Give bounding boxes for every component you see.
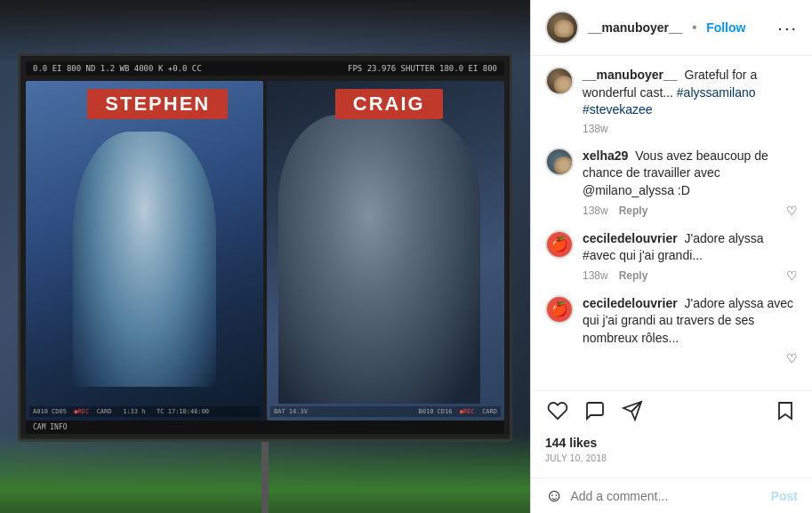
tripod — [261, 442, 269, 513]
post-comment-button[interactable]: Post — [771, 489, 798, 503]
person-right-silhouette — [278, 115, 480, 404]
comment-body-1: xelha29 Vous avez beaucoup de chance de … — [583, 148, 798, 218]
actions-bar: 144 likes JULY 10, 2018 — [531, 390, 812, 477]
comment-item: 🍎 ceciledelouvrier J'adore alyssa avec q… — [545, 295, 798, 365]
post-header: __manuboyer__ • Follow ··· — [531, 0, 812, 56]
screen-right-info: B010 CD16 ●REC CARD — [418, 408, 497, 415]
comment-item: 🍎 ceciledelouvrier J'adore alyssa #avec … — [545, 230, 798, 283]
comment-username-3: ceciledelouvrier — [583, 296, 678, 310]
follow-button[interactable]: Follow — [706, 20, 745, 35]
comments-panel: __manuboyer__ • Follow ··· __manuboyer__… — [530, 0, 812, 513]
caption-avatar — [545, 67, 574, 95]
caption-time: 138w — [583, 123, 608, 135]
avatar — [545, 11, 579, 44]
comment-input[interactable] — [570, 489, 770, 503]
bottom-bar-text: CAM INFO — [33, 423, 68, 431]
caption-hashtag1[interactable]: #alyssamilano — [677, 85, 756, 100]
screen-left-overlay: A010 CD05 ●REC CARD 1:33 h TC 17:10:46:0… — [29, 406, 260, 417]
caption-meta: 138w — [583, 123, 798, 135]
comment-meta-1: 138w Reply ♡ — [583, 204, 798, 218]
comment-time-2: 138w — [583, 269, 608, 282]
rec-dot-left: ●REC — [74, 408, 89, 415]
emoji-button[interactable]: ☺ — [545, 485, 563, 506]
reply-button-1[interactable]: Reply — [619, 204, 648, 217]
heart-button-2[interactable]: ♡ — [786, 269, 798, 283]
person-left-silhouette — [73, 132, 215, 387]
top-bar-left-text: 0.0 EI 800 ND 1.2 WB 4000 K +0.0 CC — [33, 64, 202, 73]
screen-left-info: A010 CD05 ●REC CARD 1:33 h TC 17:10:46:0… — [33, 408, 209, 415]
heart-button-1[interactable]: ♡ — [786, 204, 798, 218]
action-icons-row — [545, 398, 798, 429]
svg-marker-2 — [779, 403, 792, 419]
more-options-button[interactable]: ··· — [777, 18, 798, 38]
comment-item: xelha29 Vous avez beaucoup de chance de … — [545, 148, 798, 218]
monitor-top-bar: 0.0 EI 800 ND 1.2 WB 4000 K +0.0 CC FPS … — [26, 61, 504, 76]
caption-body: __manuboyer__ Grateful for a wonderful c… — [583, 67, 798, 135]
comment-username-1: xelha29 — [583, 148, 628, 163]
dot-separator: • — [692, 20, 697, 35]
comment-meta-2: 138w Reply ♡ — [583, 269, 798, 283]
comment-text-1: xelha29 Vous avez beaucoup de chance de … — [583, 148, 798, 200]
post-date: JULY 10, 2018 — [545, 453, 798, 463]
screen-right: BAT 14.3V B010 CD16 ●REC CARD — [267, 81, 504, 421]
monitor-bottom-bar: CAM INFO — [26, 421, 504, 434]
like-button[interactable] — [545, 398, 570, 429]
name-labels: STEPHEN CRAIG — [34, 89, 496, 119]
caption-hashtag2[interactable]: #stevekazee — [583, 102, 653, 116]
post-image: STEPHEN CRAIG 0.0 EI 800 ND 1.2 WB 4000 … — [0, 0, 530, 513]
header-info: __manuboyer__ • Follow — [588, 20, 777, 36]
comments-area: __manuboyer__ Grateful for a wonderful c… — [531, 56, 812, 390]
comment-body-2: ceciledelouvrier J'adore alyssa #avec qu… — [583, 230, 798, 283]
comment-body-3: ceciledelouvrier J'adore alyssa avec qui… — [583, 295, 798, 365]
top-bar-right-text: FPS 23.976 SHUTTER 180.0 EI 800 — [348, 64, 497, 73]
comment-text-2: ceciledelouvrier J'adore alyssa #avec qu… — [583, 230, 798, 265]
comment-meta-3: ♡ — [583, 351, 798, 365]
share-button[interactable] — [620, 398, 645, 429]
screen-right-overlay: BAT 14.3V B010 CD16 ●REC CARD — [270, 406, 501, 417]
comment-button[interactable] — [583, 398, 607, 429]
heart-button-3[interactable]: ♡ — [786, 351, 798, 365]
comment-avatar-1 — [545, 148, 574, 176]
screen-right-bat: BAT 14.3V — [274, 408, 308, 415]
reply-button-2[interactable]: Reply — [619, 269, 648, 282]
comment-avatar-2: 🍎 — [545, 230, 574, 259]
save-button[interactable] — [773, 398, 798, 429]
caption-comment: __manuboyer__ Grateful for a wonderful c… — [545, 67, 798, 135]
comment-avatar-3: 🍎 — [545, 295, 574, 324]
comment-username-2: ceciledelouvrier — [583, 231, 678, 245]
screens-row: A010 CD05 ●REC CARD 1:33 h TC 17:10:46:0… — [26, 81, 504, 421]
comment-time-1: 138w — [583, 204, 608, 217]
name-craig: CRAIG — [335, 89, 443, 119]
likes-count: 144 likes — [545, 436, 798, 450]
name-stephen: STEPHEN — [87, 89, 228, 119]
screen-left: A010 CD05 ●REC CARD 1:33 h TC 17:10:46:0… — [26, 81, 263, 421]
caption-username: __manuboyer__ — [583, 68, 678, 82]
caption-text: __manuboyer__ Grateful for a wonderful c… — [583, 67, 798, 119]
comment-text-3: ceciledelouvrier J'adore alyssa avec qui… — [583, 295, 798, 348]
rec-dot-right: ●REC — [460, 408, 475, 415]
header-username: __manuboyer__ — [588, 20, 683, 35]
image-panel: STEPHEN CRAIG 0.0 EI 800 ND 1.2 WB 4000 … — [0, 0, 530, 513]
comment-input-row: ☺ Post — [531, 477, 812, 513]
